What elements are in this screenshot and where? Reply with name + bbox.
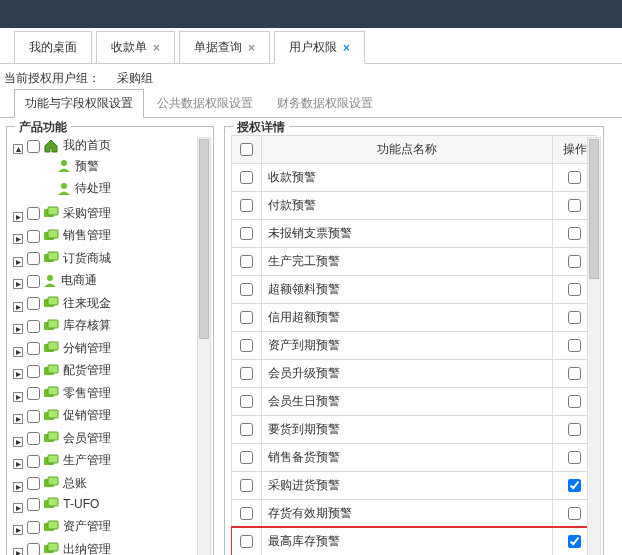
row-select-checkbox[interactable] bbox=[240, 255, 253, 268]
table-row[interactable]: 付款预警 bbox=[232, 192, 597, 220]
close-icon[interactable]: × bbox=[153, 41, 160, 55]
tree-node[interactable]: 配货管理 bbox=[43, 362, 111, 379]
tree-checkbox[interactable] bbox=[27, 387, 40, 400]
table-row[interactable]: 采购进货预警 bbox=[232, 472, 597, 500]
tree-node[interactable]: 生产管理 bbox=[43, 452, 111, 469]
tree-node[interactable]: 资产管理 bbox=[43, 518, 111, 535]
row-select-checkbox[interactable] bbox=[240, 479, 253, 492]
table-row[interactable]: 未报销支票预警 bbox=[232, 220, 597, 248]
tree-toggle[interactable]: ▸ bbox=[13, 324, 23, 334]
tree-checkbox[interactable] bbox=[27, 432, 40, 445]
row-op-checkbox[interactable] bbox=[568, 451, 581, 464]
row-op-checkbox[interactable] bbox=[568, 311, 581, 324]
tree-toggle[interactable]: ▸ bbox=[13, 437, 23, 447]
row-select-checkbox[interactable] bbox=[240, 507, 253, 520]
tree-toggle[interactable]: ▸ bbox=[13, 525, 23, 535]
tree-node[interactable]: 分销管理 bbox=[43, 340, 111, 357]
tree-node[interactable]: 销售管理 bbox=[43, 227, 111, 244]
subtab-1[interactable]: 公共数据权限设置 bbox=[146, 89, 264, 117]
tab-3[interactable]: 用户权限× bbox=[274, 31, 365, 64]
row-select-checkbox[interactable] bbox=[240, 227, 253, 240]
subtab-0[interactable]: 功能与字段权限设置 bbox=[14, 89, 144, 118]
table-row[interactable]: 生产完工预警 bbox=[232, 248, 597, 276]
tree-toggle[interactable]: ▸ bbox=[13, 459, 23, 469]
tree-node[interactable]: 会员管理 bbox=[43, 430, 111, 447]
tree-checkbox[interactable] bbox=[27, 297, 40, 310]
tree-checkbox[interactable] bbox=[27, 477, 40, 490]
row-select-checkbox[interactable] bbox=[240, 535, 253, 548]
row-op-checkbox[interactable] bbox=[568, 367, 581, 380]
row-op-checkbox[interactable] bbox=[568, 227, 581, 240]
tree-checkbox[interactable] bbox=[27, 140, 40, 153]
tree-checkbox[interactable] bbox=[27, 543, 40, 555]
tree-node[interactable]: 往来现金 bbox=[43, 295, 111, 312]
close-icon[interactable]: × bbox=[343, 41, 350, 55]
tree-checkbox[interactable] bbox=[27, 521, 40, 534]
subtab-2[interactable]: 财务数据权限设置 bbox=[266, 89, 384, 117]
tree-toggle[interactable]: ▸ bbox=[13, 234, 23, 244]
tab-0[interactable]: 我的桌面 bbox=[14, 31, 92, 63]
close-icon[interactable]: × bbox=[248, 41, 255, 55]
row-op-checkbox[interactable] bbox=[568, 199, 581, 212]
table-row[interactable]: 销售备货预警 bbox=[232, 444, 597, 472]
row-op-checkbox[interactable] bbox=[568, 171, 581, 184]
row-op-checkbox[interactable] bbox=[568, 255, 581, 268]
tree-toggle[interactable]: ▴ bbox=[13, 144, 23, 154]
table-row[interactable]: 信用超额预警 bbox=[232, 304, 597, 332]
tree-toggle[interactable]: ▸ bbox=[13, 414, 23, 424]
row-op-checkbox[interactable] bbox=[568, 395, 581, 408]
tree-checkbox[interactable] bbox=[27, 455, 40, 468]
tree-node[interactable]: 待处理 bbox=[57, 180, 111, 197]
row-select-checkbox[interactable] bbox=[240, 311, 253, 324]
row-op-checkbox[interactable] bbox=[568, 507, 581, 520]
table-row[interactable]: 会员生日预警 bbox=[232, 388, 597, 416]
tab-1[interactable]: 收款单× bbox=[96, 31, 175, 63]
grid-scrollbar[interactable] bbox=[587, 137, 601, 555]
tree-node[interactable]: 总账 bbox=[43, 475, 87, 492]
tree-toggle[interactable]: ▸ bbox=[13, 212, 23, 222]
row-op-checkbox[interactable] bbox=[568, 283, 581, 296]
row-op-checkbox[interactable] bbox=[568, 535, 581, 548]
row-select-checkbox[interactable] bbox=[240, 199, 253, 212]
tree-scrollbar[interactable] bbox=[197, 137, 211, 555]
table-row[interactable]: 收款预警 bbox=[232, 164, 597, 192]
row-select-checkbox[interactable] bbox=[240, 423, 253, 436]
tree-toggle[interactable]: ▸ bbox=[13, 482, 23, 492]
tree-node[interactable]: 预警 bbox=[57, 158, 99, 175]
col-select-all[interactable] bbox=[232, 136, 262, 164]
tree-checkbox[interactable] bbox=[27, 275, 40, 288]
tree-checkbox[interactable] bbox=[27, 498, 40, 511]
scrollbar-thumb[interactable] bbox=[199, 139, 209, 339]
tree-node[interactable]: 零售管理 bbox=[43, 385, 111, 402]
row-select-checkbox[interactable] bbox=[240, 451, 253, 464]
tree-toggle[interactable]: ▸ bbox=[13, 347, 23, 357]
tree-checkbox[interactable] bbox=[27, 252, 40, 265]
tree-toggle[interactable]: ▸ bbox=[13, 548, 23, 555]
tab-2[interactable]: 单据查询× bbox=[179, 31, 270, 63]
tree-toggle[interactable]: ▸ bbox=[13, 369, 23, 379]
tree-checkbox[interactable] bbox=[27, 230, 40, 243]
scrollbar-thumb[interactable] bbox=[589, 139, 599, 279]
tree-checkbox[interactable] bbox=[27, 207, 40, 220]
tree-toggle[interactable]: ▸ bbox=[13, 503, 23, 513]
table-row[interactable]: 要货到期预警 bbox=[232, 416, 597, 444]
row-op-checkbox[interactable] bbox=[568, 339, 581, 352]
tree-toggle[interactable]: ▸ bbox=[13, 302, 23, 312]
row-op-checkbox[interactable] bbox=[568, 423, 581, 436]
tree-checkbox[interactable] bbox=[27, 320, 40, 333]
table-row[interactable]: 超额领料预警 bbox=[232, 276, 597, 304]
table-row[interactable]: 存货有效期预警 bbox=[232, 500, 597, 528]
table-row[interactable]: 会员升级预警 bbox=[232, 360, 597, 388]
tree-toggle[interactable]: ▸ bbox=[13, 279, 23, 289]
tree-checkbox[interactable] bbox=[27, 410, 40, 423]
tree-toggle[interactable]: ▸ bbox=[13, 392, 23, 402]
tree-node[interactable]: T-UFO bbox=[43, 497, 99, 511]
row-op-checkbox[interactable] bbox=[568, 479, 581, 492]
row-select-checkbox[interactable] bbox=[240, 395, 253, 408]
table-row[interactable]: 资产到期预警 bbox=[232, 332, 597, 360]
row-select-checkbox[interactable] bbox=[240, 367, 253, 380]
row-select-checkbox[interactable] bbox=[240, 283, 253, 296]
table-row[interactable]: 最高库存预警 bbox=[232, 528, 597, 556]
tree-node[interactable]: 出纳管理 bbox=[43, 541, 111, 556]
tree-node[interactable]: 订货商城 bbox=[43, 250, 111, 267]
